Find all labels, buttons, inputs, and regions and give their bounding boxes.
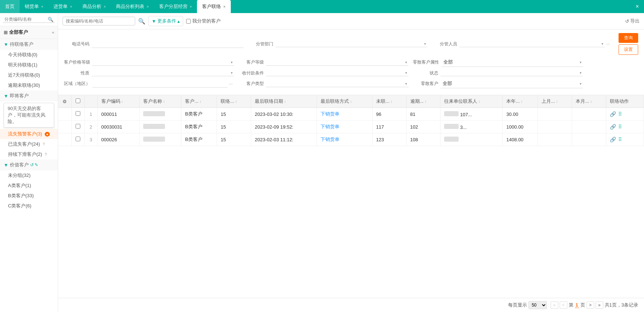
tab-close-analysis[interactable]: × [104,4,106,9]
sidebar-section-value[interactable]: ▼ 价值客户 ↺ ✎ [0,159,58,170]
pagination-last-button[interactable]: » [596,301,603,309]
page-size-select[interactable]: 50 100 200 [528,301,547,309]
th-name[interactable]: 客户名称 ↕ [139,95,181,108]
th-settings[interactable]: ⚙ [58,95,71,108]
tab-home[interactable]: 首页 [0,0,20,13]
filter-customer-level-select[interactable]: ▾ [266,59,408,66]
row-current-month-0 [572,108,606,121]
query-button[interactable]: 查询 [619,33,638,43]
sidebar-section-lost[interactable]: ▼ 即将客户 [0,90,58,101]
my-customers-checkbox[interactable] [186,19,191,24]
sidebar-item-week[interactable]: 近7天待联络(0) [0,70,58,80]
row-checkbox-cell-1[interactable] [71,121,84,133]
sidebar-all-customers[interactable]: ⊞ 全部客户 « [0,26,58,39]
sidebar-item-overdue[interactable]: 逾期未联络(30) [0,80,58,90]
th-last-contact-type[interactable]: 最后联络方式 ↕ [317,95,372,108]
window-close-button[interactable]: × [631,3,644,10]
tab-analysis[interactable]: 商品分析 × [77,0,111,13]
filter-row-3: 区域（地区） ··· 客户类型 ▾ 零散客户 全部 ▾ [64,79,638,88]
th-last-month[interactable]: 上月... ↕ [538,95,572,108]
action-link-icon-0[interactable]: 🔗 [610,111,616,117]
th-overdue[interactable]: 逾期... ↕ [406,95,440,108]
tab-close-purchase[interactable]: × [70,4,72,9]
tab-purchase[interactable]: 进货单 × [48,0,77,13]
tab-close-customer-segment[interactable]: × [190,4,192,9]
action-grid-icon-1[interactable]: ⠿ [618,124,622,130]
status-dropdown-icon: ▾ [580,71,581,75]
th-customer-type[interactable]: 客户... ↕ [181,95,217,108]
tab-customer-contact[interactable]: 客户联络 × [197,0,230,13]
filter-retail-attr-select[interactable]: 全部 ▾ [441,58,583,67]
filter-manager-select[interactable]: ▾ [459,41,605,47]
sidebar-item-unsorted[interactable]: 未分组(32) [0,170,58,181]
action-grid-icon-0[interactable]: ⠿ [618,111,622,117]
filter-search-input[interactable] [63,17,135,25]
sidebar-item-a-class[interactable]: A类客户(1) [0,181,58,191]
th-contacts[interactable]: 往来单位联系人 ↕ [440,95,503,108]
row-last-month-1 [538,121,572,133]
filter-customer-type-select[interactable]: ▾ [266,81,408,87]
pagination-first-button[interactable]: « [551,301,558,309]
tab-analysis-list[interactable]: 商品分析列表 × [111,0,154,13]
tab-close-analysis-list[interactable]: × [146,4,149,9]
row-checkbox-1[interactable] [76,124,80,129]
row-checkbox-0[interactable] [76,111,80,116]
filter-dept: 分管部门 ▾ [248,41,427,47]
tab-close-sales[interactable]: × [41,4,43,9]
sidebar-item-declining[interactable]: 持续下滑客户(2) ? [0,149,58,159]
filter-phone-input[interactable] [92,40,243,48]
th-last-contact-date[interactable]: 最后联络日期 ↕ [251,95,317,108]
row-contact-1: 15 [217,121,251,133]
manager-dots-button[interactable]: ··· [605,41,611,46]
th-current-month[interactable]: 本月... ↕ [572,95,606,108]
filter-dept-select[interactable]: ▾ [275,41,427,47]
tab-sales[interactable]: 销货单 × [20,0,48,13]
sidebar-section-pending[interactable]: ▼ 待联络客户 [0,39,58,50]
export-button[interactable]: ↺ 导出 [625,18,640,24]
th-checkbox[interactable] [71,95,84,108]
sidebar-item-lost[interactable]: 已流失客户(24) ? [0,139,58,149]
tab-close-customer-contact[interactable]: × [223,4,225,9]
filter-more-conditions-button[interactable]: ▼ 更多条件 ▴ [148,16,183,26]
filter-row-1: 客户价格等级 ▾ 客户等级 ▾ 零散客户属性 全部 [64,58,638,67]
sidebar-item-b-class[interactable]: B类客户(33) [0,191,58,201]
pagination-prev-button[interactable]: < [560,301,567,309]
filter-region-input[interactable] [92,80,228,88]
settings-button[interactable]: 设置 [619,44,638,55]
sidebar-item-tomorrow[interactable]: 明天待联络(1) [0,60,58,70]
select-all-checkbox[interactable] [76,98,80,103]
retail-customer-dropdown-icon: ▾ [580,82,581,86]
th-current-year[interactable]: 本年... ↕ [503,95,538,108]
action-link-icon-2[interactable]: 🔗 [610,137,616,142]
data-table-container: ⚙ 客户编码 ↕ [58,95,644,298]
th-contact[interactable]: 联络... ↕ [217,95,251,108]
settings-icon[interactable]: ⚙ [63,99,67,104]
filter-status: 状态 ▾ [413,70,583,76]
row-last-contact-type-2[interactable]: 下销货单 [317,133,372,146]
tab-customer-segment[interactable]: 客户分层经营 × [154,0,197,13]
current-page-display: 1 [575,302,579,308]
sidebar-item-today[interactable]: 今天待联络(0) [0,50,58,60]
filter-nature-select[interactable]: ▾ [92,70,234,76]
pagination-next-button[interactable]: > [587,301,594,309]
row-checkbox-cell-0[interactable] [71,108,84,121]
row-last-contact-type-0[interactable]: 下销货单 [317,108,372,121]
filter-retail-customer-select[interactable]: 全部 ▾ [440,79,583,88]
my-customers-filter[interactable]: 我分管的客户 [186,18,221,24]
row-checkbox-2[interactable] [76,137,80,141]
filter-status-select[interactable]: ▾ [440,70,583,76]
th-no-contact[interactable]: 未联... ↕ [372,95,406,108]
row-checkbox-cell-2[interactable] [71,133,84,146]
sidebar-search-input[interactable] [3,16,55,23]
sidebar-item-c-class[interactable]: C类客户(6) [0,201,58,211]
table-row: 1 000011 B类客户 15 2023-03-02 10:30: 下销货单 … [58,108,644,121]
action-link-icon-1[interactable]: 🔗 [610,124,616,130]
region-dots-button[interactable]: ··· [228,81,234,86]
filter-payment-select[interactable]: ▾ [266,70,408,76]
filter-search-button[interactable]: 🔍 [138,18,145,25]
sidebar-item-at-risk[interactable]: 流失预警客户(3) ● [0,129,58,139]
th-code[interactable]: 客户编码 ↕ [97,95,139,108]
filter-price-level-select[interactable]: ▾ [92,59,234,66]
row-last-contact-type-1[interactable]: 下销货单 [317,121,372,133]
action-grid-icon-2[interactable]: ⠿ [618,137,622,142]
